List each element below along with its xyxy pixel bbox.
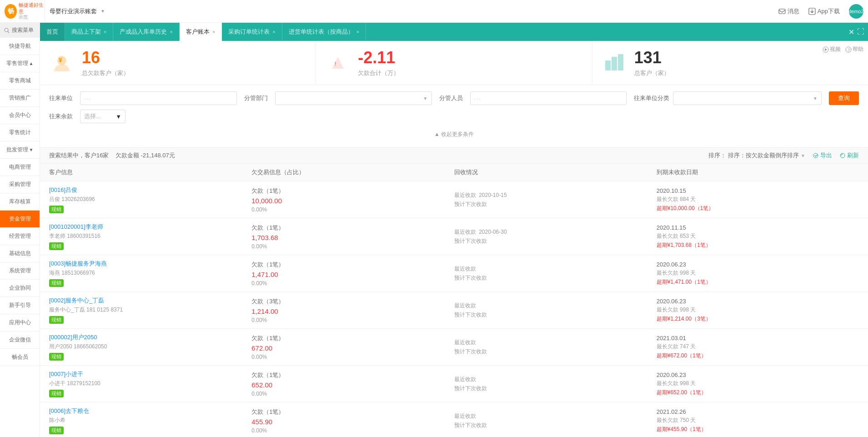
svg-text:¥: ¥ [59, 56, 62, 64]
sidebar-item-lingshoutongji[interactable]: 零售统计 [0, 124, 40, 141]
sidebar-item-pifaguanli[interactable]: 批发管理▼ [0, 141, 40, 159]
tab-close-shangpinshangjia[interactable]: × [104, 29, 106, 35]
sidebar-item-qiyexietong[interactable]: 企业协同 [0, 280, 40, 297]
sidebar-item-qiyeweixin[interactable]: 企业微信 [0, 332, 40, 349]
due-overdue-7[interactable]: 超期¥455.90（1笔） [657, 426, 859, 433]
dept-input[interactable]: ▼ [275, 91, 432, 105]
tab-close-kehuzh[interactable]: × [212, 29, 215, 35]
sidebar-item-yingyongzhongxin[interactable]: 应用中心 [0, 314, 40, 332]
customer-tag-7: 现销 [49, 427, 64, 434]
customer-name-6[interactable]: [0007]小进干 [49, 370, 251, 378]
customer-name-5[interactable]: [000002]用户2050 [49, 333, 251, 342]
due-overdue-6[interactable]: 超期¥652.00（1笔） [657, 389, 859, 397]
svg-rect-6 [605, 60, 611, 70]
store-dropdown-arrow: ▼ [100, 9, 105, 14]
refresh-button[interactable]: 刷新 [839, 151, 859, 160]
debt-count-2: 欠款（1笔） [251, 224, 454, 232]
tab-chanpinruku[interactable]: 产成品入库单历史 × [113, 23, 179, 41]
tab-close-all-button[interactable]: ✕ [848, 28, 854, 36]
store-selector[interactable]: 母婴行业演示账套 ▼ [45, 0, 126, 22]
repay-label-2: 最近收款 2020-06-30 [454, 228, 657, 236]
tab-shangpinshangjia[interactable]: 商品上下架 × [65, 23, 113, 41]
repay-next-5: 预计下次收款 [454, 348, 657, 356]
col-header-due: 到期未收款日期 [657, 168, 859, 176]
customer-name-3[interactable]: [0003]畅捷服务尹海燕 [49, 260, 251, 268]
table-row: [0002]服务中心_丁磊 服务中心_丁磊 181 0125 8371 现销 欠… [40, 292, 868, 329]
due-overdue-1[interactable]: 超期¥10,000.00（1笔） [657, 205, 859, 212]
tab-close-chanpinruku[interactable]: × [170, 29, 172, 35]
debt-amount-2: 1,703.68 [251, 234, 454, 241]
app-download-button[interactable]: App下载 [808, 7, 840, 15]
sidebar-search-label: 搜索菜单 [12, 26, 34, 34]
customer-name-4[interactable]: [0002]服务中心_丁磊 [49, 296, 251, 305]
query-button[interactable]: 查询 [829, 91, 859, 105]
customer-meta-7: 陈小希 [49, 417, 251, 424]
tab-fullscreen-button[interactable]: ⛶ [857, 28, 864, 36]
sidebar-item-jichuxinxi[interactable]: 基础信息 [0, 245, 40, 262]
tab-caigoudindan[interactable]: 采购订单统计表 × [222, 23, 282, 41]
tab-kehuzhangben[interactable]: 客户账本 × [180, 23, 222, 41]
due-overdue-5[interactable]: 超期¥672.00（1笔） [657, 352, 859, 360]
tab-close-jinhuodan[interactable]: × [356, 29, 359, 35]
tab-jinhuodan[interactable]: 进货单统计表（按商品） × [282, 23, 366, 41]
filter-balance: 往来余款 选择... ▼ [49, 110, 186, 123]
sidebar-item-kuaijiedaohang[interactable]: 快捷导航 [0, 38, 40, 55]
debt-percent-4: 0.00% [251, 317, 454, 323]
customer-name-1[interactable]: [0016]吕俊 [49, 186, 251, 194]
due-info-5: 2021.03.01 最长欠款 747 天 超期¥672.00（1笔） [657, 335, 859, 360]
source-unit-input[interactable]: ··· [80, 91, 237, 105]
filter-person: 分管人员 ··· [439, 91, 627, 105]
repay-info-4: 最近收款 预计下次收款 [454, 302, 657, 319]
customer-name-7[interactable]: [0006]去下粮仓 [49, 407, 251, 415]
customer-meta-1: 吕俊 13026203696 [49, 196, 251, 203]
debt-amount-4: 1,214.00 [251, 307, 454, 315]
sidebar-item-jingyingguanli[interactable]: 经营管理 [0, 228, 40, 245]
sidebar-item-lingshoushanghui[interactable]: 零售商城 [0, 72, 40, 90]
customer-meta-3: 海燕 18513066976 [49, 269, 251, 277]
user-avatar[interactable]: demo2 [849, 4, 863, 19]
customer-info-7: [0006]去下粮仓 陈小希 现销 [49, 407, 251, 434]
customer-table: 客户信息 欠交易信息（占比） 回收情况 到期未收款日期 [0016]吕俊 吕俊 … [40, 164, 868, 437]
category-dropdown-arrow: ▼ [813, 96, 818, 101]
export-button[interactable]: 导出 [813, 151, 832, 160]
due-overdue-3[interactable]: 超期¥1,471.00（1笔） [657, 278, 859, 286]
category-input[interactable]: ▼ [673, 91, 822, 105]
debt-count-7: 欠款（1笔） [251, 408, 454, 416]
sidebar-item-lingshoudemo[interactable]: 零售管理▲ [0, 55, 40, 72]
tab-close-caigoudindan[interactable]: × [272, 29, 275, 35]
video-action-button[interactable]: 视频 [823, 45, 841, 53]
customer-name-2[interactable]: [0001020001]李老师 [49, 223, 251, 231]
filter-row-1: 往来单位 ··· 分管部门 ▼ [49, 91, 859, 105]
message-button[interactable]: 消息 [778, 7, 799, 15]
col-header-debt: 欠交易信息（占比） [251, 168, 454, 176]
due-days-2: 最长欠款 853 天 [657, 232, 859, 240]
sidebar-item-yingxiaotuiguang[interactable]: 营销推广 [0, 90, 40, 107]
sidebar-item-changhyuanl[interactable]: 畅会员 [0, 349, 40, 366]
debt-amount-number: -2.11 [358, 48, 582, 67]
sidebar-search[interactable]: 搜索菜单 [0, 23, 40, 38]
help-action-button[interactable]: ? 帮助 [845, 45, 863, 53]
source-unit-label: 往来单位 [49, 94, 76, 102]
sidebar-item-zijinguanli[interactable]: 资金管理 [0, 211, 40, 228]
results-info: 搜索结果中，客户16家 欠款金额 -21,148.07元 [49, 151, 175, 160]
sidebar-item-caigouguanli[interactable]: 采购管理 [0, 176, 40, 193]
sidebar-item-kucunhesuan[interactable]: 库存核算 [0, 193, 40, 211]
customer-tag-2: 现销 [49, 242, 64, 250]
stat-icon-debt: ! [325, 50, 351, 75]
top-right-actions: 消息 App下载 demo2 [778, 4, 863, 19]
balance-select[interactable]: 选择... ▼ [80, 110, 125, 123]
sidebar-item-xinshoudaohang[interactable]: 新手引导 [0, 297, 40, 314]
collapse-button[interactable]: ▲ 收起更多条件 [49, 128, 859, 141]
sort-selector[interactable]: 排序： 排序：按欠款金额倒序排序 ▼ [708, 151, 805, 160]
repay-next-4: 预计下次收款 [454, 311, 657, 319]
sidebar-item-xitongguanli[interactable]: 系统管理 [0, 262, 40, 280]
person-input[interactable]: ··· [470, 91, 627, 105]
due-overdue-2[interactable]: 超期¥1,703.68（1笔） [657, 241, 859, 249]
due-date-6: 2020.06.23 [657, 372, 859, 378]
repay-info-7: 最近收款 预计下次收款 [454, 412, 657, 429]
due-overdue-4[interactable]: 超期¥1,214.00（3笔） [657, 315, 859, 323]
sidebar-item-dianshanguanli[interactable]: 电商管理 [0, 159, 40, 176]
sidebar-item-huiyuanzhongxin[interactable]: 会员中心 [0, 107, 40, 124]
debt-info-4: 欠款（3笔） 1,214.00 0.00% [251, 297, 454, 323]
tab-home[interactable]: 首页 [40, 23, 65, 41]
